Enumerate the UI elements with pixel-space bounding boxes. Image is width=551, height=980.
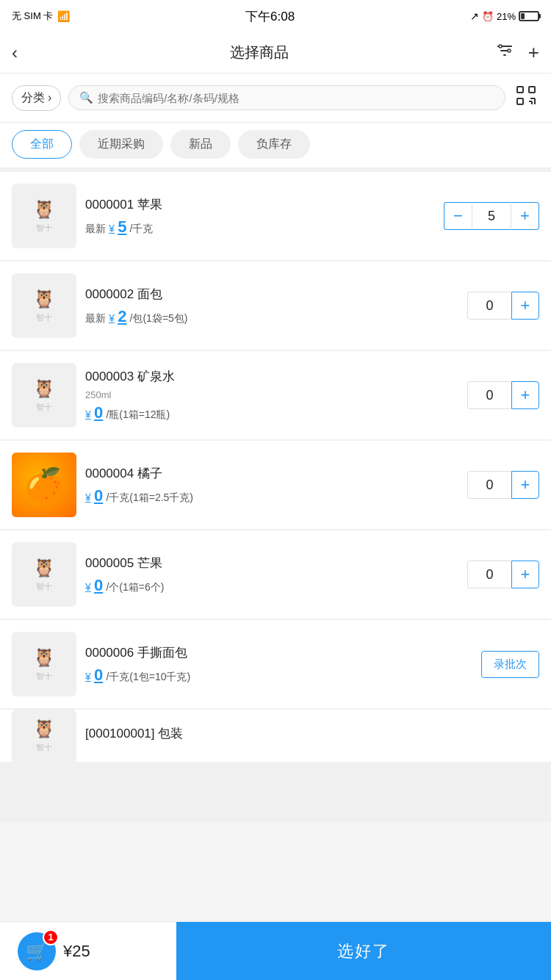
product-name-3: 0000003 矿泉水 [85,368,458,385]
product-list: 🦉 智十 0000001 苹果 最新 ¥ 5 /千克 − + 🦉 [0,172,551,822]
page-title: 选择商品 [230,43,289,62]
product-item-3: 🦉 智十 0000003 矿泉水 250ml ¥ 0 /瓶(1箱=12瓶) + [0,351,551,440]
tab-new[interactable]: 新品 [170,130,231,159]
category-button[interactable]: 分类 › [12,85,61,111]
svg-point-4 [508,49,511,52]
product-name-1: 0000001 苹果 [85,196,435,213]
qty-minus-1[interactable]: − [444,202,472,230]
product-thumb-1: 🦉 智十 [12,184,76,248]
product-thumb-2: 🦉 智十 [12,273,76,338]
nav-bar: ‹ 选择商品 + [0,32,551,73]
product-price-2: 最新 ¥ 2 /包(1袋=5包) [85,307,458,326]
qty-input-3[interactable] [467,381,511,409]
product-name-2: 0000002 面包 [85,286,458,303]
owl-icon: 🦉 [33,647,55,668]
product-item-5: 🦉 智十 0000005 芒果 ¥ 0 /个(1箱=6个) + [0,530,551,619]
scan-icon[interactable] [513,82,539,113]
product-thumb-4: 🍊 [12,453,76,517]
cart-badge: 1 [43,929,59,945]
qty-control-2: + [467,292,539,320]
battery-icon [519,11,539,21]
search-input[interactable] [98,92,494,104]
qty-input-1[interactable] [472,202,511,230]
owl-icon: 🦉 [33,289,55,309]
product-info-4: 0000004 橘子 ¥ 0 /千克(1箱=2.5千克) [85,465,458,505]
product-thumb-7: 🦉 智十 [12,710,76,763]
cart-icon: 🛒 [26,941,48,962]
owl-icon: 🦉 [33,199,55,220]
product-info-5: 0000005 芒果 ¥ 0 /个(1箱=6个) [85,555,458,595]
product-price-5: ¥ 0 /个(1箱=6个) [85,576,458,595]
location-icon: ↗ [470,10,479,22]
svg-rect-5 [517,87,523,93]
owl-icon: 🦉 [33,558,55,578]
product-thumb-6: 🦉 智十 [12,632,76,696]
qty-plus-2[interactable]: + [511,292,539,320]
product-item-7: 🦉 智十 [000100001] 包装 [0,710,551,763]
qty-input-4[interactable] [467,471,511,499]
product-info-7: [000100001] 包装 [85,725,539,746]
qty-control-3: + [467,381,539,409]
qty-input-2[interactable] [467,292,511,320]
qty-control-5: + [467,561,539,588]
product-price-1: 最新 ¥ 5 /千克 [85,217,435,237]
alarm-icon: ⏰ [482,11,494,22]
qty-plus-4[interactable]: + [511,471,539,499]
back-button[interactable]: ‹ [12,40,24,66]
product-info-1: 0000001 苹果 最新 ¥ 5 /千克 [85,196,435,237]
svg-rect-7 [517,98,523,104]
confirm-button[interactable]: 选好了 [176,922,551,980]
qty-control-1: − + [444,202,539,230]
cart-section: 🛒 1 ¥25 [0,932,176,970]
product-item-1: 🦉 智十 0000001 苹果 最新 ¥ 5 /千克 − + [0,172,551,261]
batch-button-6[interactable]: 录批次 [481,651,539,678]
svg-rect-6 [529,87,535,93]
product-thumb-5: 🦉 智十 [12,542,76,607]
wifi-icon: 📶 [57,10,70,22]
qty-input-5[interactable] [467,561,511,588]
product-price-3: ¥ 0 /瓶(1箱=12瓶) [85,403,458,422]
bottom-bar: 🛒 1 ¥25 选好了 [0,921,551,980]
carrier-text: 无 SIM 卡 [12,10,53,23]
product-item-6: 🦉 智十 0000006 手撕面包 ¥ 0 /千克(1包=10千克) 录批次 [0,620,551,709]
search-icon: 🔍 [79,91,93,104]
qty-plus-1[interactable]: + [511,202,539,230]
tab-all[interactable]: 全部 [12,130,72,159]
cart-button[interactable]: 🛒 1 [18,932,56,970]
nav-actions: + [496,41,539,64]
category-chevron-icon: › [48,91,51,104]
battery-percent: 21% [497,11,516,22]
product-price-4: ¥ 0 /千克(1箱=2.5千克) [85,486,458,505]
product-name-7: [000100001] 包装 [85,725,539,742]
tab-negative-stock[interactable]: 负库存 [238,130,310,159]
add-icon[interactable]: + [528,41,539,64]
category-label: 分类 [21,90,45,106]
cart-total: ¥25 [63,942,90,961]
product-name-6: 0000006 手撕面包 [85,644,472,661]
product-price-6: ¥ 0 /千克(1包=10千克) [85,666,472,685]
status-right: ↗ ⏰ 21% [470,10,539,22]
product-spec-3: 250ml [85,389,458,400]
search-bar: 分类 › 🔍 [0,73,551,123]
filter-icon[interactable] [496,42,514,64]
filter-tabs: 全部 近期采购 新品 负库存 [0,123,551,172]
product-item-4: 🍊 0000004 橘子 ¥ 0 /千克(1箱=2.5千克) + [0,441,551,530]
status-time: 下午6:08 [245,8,295,25]
qty-control-4: + [467,471,539,499]
qty-plus-3[interactable]: + [511,381,539,409]
product-info-2: 0000002 面包 最新 ¥ 2 /包(1袋=5包) [85,286,458,326]
product-thumb-3: 🦉 智十 [12,363,76,428]
svg-point-3 [499,45,502,48]
product-name-4: 0000004 橘子 [85,465,458,482]
product-item-2: 🦉 智十 0000002 面包 最新 ¥ 2 /包(1袋=5包) + [0,262,551,350]
owl-icon: 🦉 [33,378,55,399]
product-name-5: 0000005 芒果 [85,555,458,572]
owl-icon: 🦉 [33,718,55,739]
product-info-6: 0000006 手撕面包 ¥ 0 /千克(1包=10千克) [85,644,472,685]
status-bar: 无 SIM 卡 📶 下午6:08 ↗ ⏰ 21% [0,0,551,32]
product-info-3: 0000003 矿泉水 250ml ¥ 0 /瓶(1箱=12瓶) [85,368,458,422]
search-input-wrap: 🔍 [68,85,505,110]
status-left: 无 SIM 卡 📶 [12,10,70,23]
tab-recent[interactable]: 近期采购 [79,130,163,159]
qty-plus-5[interactable]: + [511,561,539,588]
